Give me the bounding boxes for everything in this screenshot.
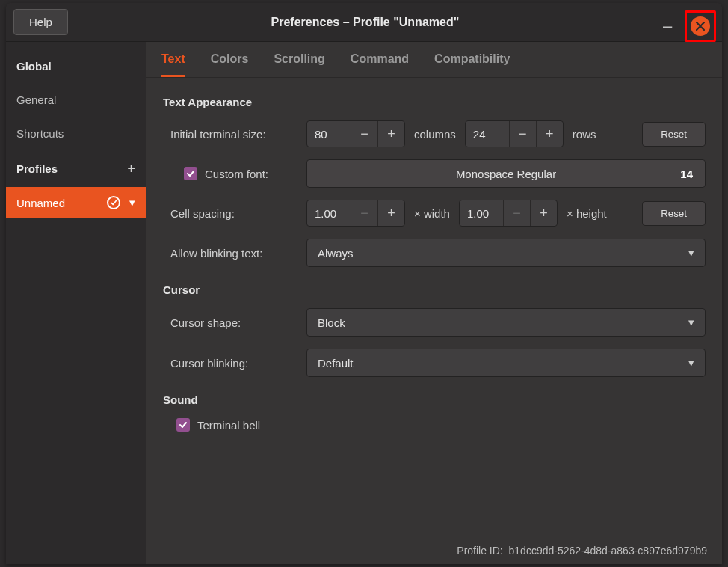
columns-increment-icon[interactable]: + [377, 120, 404, 147]
label-cursor-blinking: Cursor blinking: [170, 357, 297, 370]
tab-compatibility[interactable]: Compatibility [434, 52, 510, 77]
tab-scrolling[interactable]: Scrolling [274, 52, 324, 77]
columns-value: 80 [307, 128, 351, 141]
rows-value: 24 [466, 128, 509, 141]
window-body: Global General Shortcuts Profiles + Unna… [6, 42, 722, 564]
rows-unit: rows [573, 128, 596, 141]
cursor-blinking-value: Default [318, 357, 354, 370]
chevron-down-icon: ▾ [688, 316, 694, 329]
profile-id-label: Profile ID: [457, 545, 502, 557]
tabs: Text Colors Scrolling Command Compatibil… [146, 42, 722, 78]
titlebar: Help Preferences – Profile "Unnamed" – [6, 3, 722, 42]
label-blinking-text: Allow blinking text: [170, 247, 297, 260]
sidebar-item-profile-unnamed[interactable]: Unnamed ▾ [6, 187, 146, 218]
profile-label: Unnamed [16, 197, 98, 209]
minimize-button[interactable]: – [658, 16, 677, 36]
spacing-reset-button[interactable]: Reset [642, 201, 706, 226]
row-custom-font: Custom font: Monospace Regular 14 [163, 159, 706, 188]
label-cell-spacing: Cell spacing: [170, 207, 297, 220]
section-cursor: Cursor [163, 284, 706, 296]
row-blinking-text: Allow blinking text: Always ▾ [163, 239, 706, 267]
help-button[interactable]: Help [13, 9, 68, 35]
size-reset-button[interactable]: Reset [642, 122, 706, 147]
width-stepper[interactable]: 1.00 − + [306, 200, 405, 227]
section-sound: Sound [163, 393, 706, 406]
label-custom-font: Custom font: [205, 168, 268, 180]
sidebar-item-general[interactable]: General [6, 83, 146, 117]
height-decrement-icon[interactable]: − [503, 200, 530, 227]
rows-increment-icon[interactable]: + [536, 120, 563, 147]
check-icon [186, 169, 195, 178]
blinking-text-dropdown[interactable]: Always ▾ [306, 239, 706, 267]
window-title: Preferences – Profile "Unnamed" [68, 16, 722, 29]
chevron-down-icon: ▾ [688, 356, 694, 370]
sidebar-header-global: Global [6, 49, 146, 83]
font-name: Monospace Regular [307, 168, 705, 180]
close-highlight [685, 10, 716, 42]
width-decrement-icon[interactable]: − [351, 200, 377, 227]
row-cursor-blinking: Cursor blinking: Default ▾ [163, 349, 706, 377]
tab-content: Text Appearance Initial terminal size: 8… [146, 78, 722, 445]
profile-id-footer: Profile ID: b1dcc9dd-5262-4d8d-a863-c897… [457, 545, 707, 557]
add-profile-icon[interactable]: + [127, 161, 135, 177]
row-cursor-shape: Cursor shape: Block ▾ [163, 308, 706, 337]
sidebar: Global General Shortcuts Profiles + Unna… [6, 42, 146, 564]
columns-stepper[interactable]: 80 − + [306, 120, 405, 147]
columns-unit: columns [414, 128, 456, 141]
sidebar-header-profiles: Profiles + [6, 150, 146, 187]
close-icon [696, 22, 705, 31]
label-cursor-shape: Cursor shape: [170, 316, 297, 329]
tab-text[interactable]: Text [161, 52, 185, 77]
preferences-window: Help Preferences – Profile "Unnamed" – G… [6, 3, 722, 564]
width-unit: × width [414, 207, 450, 220]
row-cell-spacing: Cell spacing: 1.00 − + × width 1.00 − + … [163, 200, 706, 227]
cursor-shape-value: Block [318, 316, 345, 329]
cursor-shape-dropdown[interactable]: Block ▾ [306, 308, 706, 337]
tab-command[interactable]: Command [351, 52, 409, 77]
width-increment-icon[interactable]: + [377, 200, 404, 227]
close-button[interactable] [691, 16, 710, 36]
terminal-bell-checkbox[interactable] [176, 418, 190, 432]
profile-id-value: b1dcc9dd-5262-4d8d-a863-c897e6d979b9 [509, 545, 707, 557]
section-text-appearance: Text Appearance [163, 96, 706, 108]
sidebar-header-profiles-label: Profiles [16, 162, 58, 175]
custom-font-checkbox[interactable] [184, 167, 197, 180]
cursor-blinking-dropdown[interactable]: Default ▾ [306, 349, 706, 377]
sidebar-item-shortcuts[interactable]: Shortcuts [6, 117, 146, 150]
row-initial-size: Initial terminal size: 80 − + columns 24… [163, 120, 706, 147]
check-icon [179, 420, 188, 429]
blinking-text-value: Always [318, 247, 354, 260]
tab-colors[interactable]: Colors [211, 52, 249, 77]
row-terminal-bell: Terminal bell [163, 418, 706, 432]
columns-decrement-icon[interactable]: − [351, 120, 377, 147]
rows-decrement-icon[interactable]: − [509, 120, 536, 147]
window-controls: – [658, 10, 716, 42]
default-profile-icon [107, 196, 120, 209]
height-increment-icon[interactable]: + [530, 200, 557, 227]
custom-font-label-group: Custom font: [170, 167, 297, 180]
font-size: 14 [680, 168, 693, 180]
terminal-bell-group: Terminal bell [170, 418, 260, 432]
width-value: 1.00 [307, 207, 351, 220]
profile-menu-caret-icon[interactable]: ▾ [129, 196, 135, 209]
height-value: 1.00 [460, 207, 503, 220]
label-terminal-bell: Terminal bell [197, 419, 260, 432]
height-unit: × height [567, 207, 607, 220]
main-panel: Text Colors Scrolling Command Compatibil… [146, 42, 722, 564]
height-stepper[interactable]: 1.00 − + [459, 200, 558, 227]
label-initial-size: Initial terminal size: [170, 128, 297, 141]
chevron-down-icon: ▾ [688, 246, 694, 260]
font-chooser-button[interactable]: Monospace Regular 14 [306, 159, 706, 188]
rows-stepper[interactable]: 24 − + [465, 120, 564, 147]
